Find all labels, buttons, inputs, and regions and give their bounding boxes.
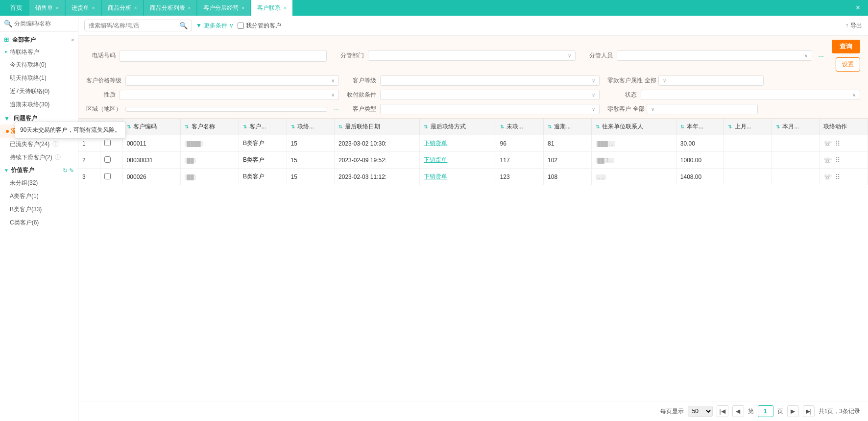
sort-icon-overdue: ⇅ xyxy=(548,124,552,129)
row-checkbox-0[interactable] xyxy=(104,140,111,146)
sidebar-item-class-b[interactable]: B类客户(33) xyxy=(0,203,78,216)
td-last-way-0[interactable]: 下销货单 xyxy=(420,135,496,152)
sort-icon-name: ⇅ xyxy=(185,124,189,129)
filter-panel: 电话号码 分管部门 ∨ 分管人员 ∨ ··· xyxy=(78,36,868,119)
settings-button[interactable]: 设置 xyxy=(836,57,860,72)
nav-tab-sales[interactable]: 销售单 × xyxy=(29,0,65,16)
sort-icon-contact: ⇅ xyxy=(291,124,295,129)
th-unit-contact[interactable]: ⇅ 往来单位联系人 xyxy=(591,119,676,135)
th-code[interactable]: ⇅ 客户编码 xyxy=(122,119,181,135)
th-last-way[interactable]: ⇅ 最后联络方式 xyxy=(420,119,496,135)
filter-phone: 电话号码 xyxy=(86,50,327,62)
sidebar-item-tomorrow[interactable]: 明天待联络(1) xyxy=(0,72,78,85)
nav-tab-customer-contact-close[interactable]: × xyxy=(284,5,287,11)
td-type-0: B类客户 xyxy=(239,135,287,152)
search-icon[interactable]: 🔍 xyxy=(179,22,188,29)
th-this-month[interactable]: ⇅ 本月... xyxy=(772,119,820,135)
sidebar-group-value[interactable]: ▼ 价值客户 ↻ ✎ xyxy=(0,164,78,176)
action-phone-icon-2[interactable]: ☏ xyxy=(823,173,832,181)
sidebar-search-input[interactable] xyxy=(14,20,74,27)
action-phone-icon-0[interactable]: ☏ xyxy=(823,140,832,148)
th-overdue[interactable]: ⇅ 逾期... xyxy=(544,119,592,135)
sidebar-search-area: 🔍 xyxy=(0,16,78,32)
td-last-way-1[interactable]: 下销货单 xyxy=(420,152,496,169)
nav-tab-purchase-close[interactable]: × xyxy=(92,5,95,11)
nav-tab-analysis-list-close[interactable]: × xyxy=(188,5,191,11)
sidebar-item-class-a[interactable]: A类客户(1) xyxy=(0,190,78,203)
pagination: 每页显示 50 100 |◀ ◀ 第 1 页 ▶ ▶| 共1页，3条记录 xyxy=(78,401,868,421)
window-close-button[interactable]: × xyxy=(852,3,864,12)
action-menu-icon-1[interactable]: ⠿ xyxy=(835,156,840,164)
th-this-year[interactable]: ⇅ 本年... xyxy=(676,119,724,135)
filter-staff-select[interactable]: ∨ xyxy=(617,50,813,61)
filter-region-select[interactable] xyxy=(125,107,327,112)
nav-tab-analysis-label: 商品分析 xyxy=(108,4,131,12)
first-page-btn[interactable]: |◀ xyxy=(717,405,728,417)
per-page-select[interactable]: 50 100 xyxy=(688,406,713,417)
nav-tab-customer-contact[interactable]: 客户联系 × xyxy=(251,0,292,16)
sidebar-item-lost[interactable]: 已流失客户(24) ⓘ xyxy=(0,138,78,151)
filter-zero-customer-select[interactable]: ∨ xyxy=(647,104,758,114)
th-last-month[interactable]: ⇅ 上月... xyxy=(724,119,772,135)
action-phone-icon-1[interactable]: ☏ xyxy=(823,156,832,164)
filter-phone-input[interactable] xyxy=(120,50,327,62)
chevron-down-icon-payment: ∨ xyxy=(592,92,595,98)
th-contact[interactable]: ⇅ 联络... xyxy=(287,119,335,135)
action-menu-icon-2[interactable]: ⠿ xyxy=(835,173,840,181)
sidebar-item-today[interactable]: 今天待联络(0) xyxy=(0,58,78,72)
filter-grade-label: 客户等级 xyxy=(347,76,376,85)
filter-price-grade-select[interactable]: ∨ xyxy=(125,75,339,86)
th-action: 联络动作 xyxy=(820,119,868,135)
sidebar-group-pending[interactable]: 待联络客户 xyxy=(0,46,78,58)
sidebar: 🔍 ⊞ 全部客户 « 待联络客户 今天待联络(0) 明天待联络(1) 近7天待联… xyxy=(0,16,78,421)
next-page-btn[interactable]: ▶ xyxy=(787,405,799,417)
th-last-date[interactable]: ⇅ 最后联络日期 xyxy=(335,119,420,135)
filter-status-select[interactable]: ∨ xyxy=(641,90,860,100)
nav-tab-customer-tier[interactable]: 客户分层经营 × xyxy=(197,0,250,16)
filter-region-dots[interactable]: ··· xyxy=(333,105,339,113)
sidebar-item-7days[interactable]: 近7天待联络(0) xyxy=(0,85,78,98)
nav-tab-sales-close[interactable]: × xyxy=(56,5,59,11)
filter-zero-attr-select[interactable]: ∨ xyxy=(658,75,764,86)
chevron-down-icon-dept: ∨ xyxy=(568,53,571,58)
sidebar-item-class-c[interactable]: C类客户(6) xyxy=(0,216,78,229)
sidebar-all-customers[interactable]: ⊞ 全部客户 « xyxy=(0,32,78,46)
sidebar-item-ungrouped[interactable]: 未分组(32) xyxy=(0,176,78,190)
filter-grade-select[interactable]: ∨ xyxy=(380,75,600,86)
my-customers-checkbox[interactable]: 我分管的客户 xyxy=(238,22,281,30)
action-menu-icon-0[interactable]: ⠿ xyxy=(835,140,840,148)
search-input[interactable] xyxy=(89,22,179,29)
nav-tab-customer-tier-close[interactable]: × xyxy=(241,5,244,11)
more-conditions-btn[interactable]: ▼ 更多条件 ∨ xyxy=(196,22,234,30)
my-customers-check[interactable] xyxy=(238,23,244,29)
row-checkbox-1[interactable] xyxy=(104,156,111,163)
filter-status-label: 状态 xyxy=(607,91,637,99)
td-last-way-2[interactable]: 下销货单 xyxy=(420,169,496,185)
nav-tab-analysis[interactable]: 商品分析 × xyxy=(102,0,143,16)
sidebar-item-declining[interactable]: 持续下滑客户(2) ⓘ xyxy=(0,151,78,164)
filter-staff-dots[interactable]: ··· xyxy=(818,52,824,60)
filter-customer-type-select[interactable]: ∨ xyxy=(380,104,600,114)
td-check-2[interactable] xyxy=(100,169,122,185)
filter-payment-select[interactable]: ∨ xyxy=(380,90,600,100)
nav-tab-purchase[interactable]: 进货单 × xyxy=(66,0,101,16)
nav-home[interactable]: 首页 xyxy=(4,0,28,16)
last-page-btn[interactable]: ▶| xyxy=(803,405,815,417)
th-name[interactable]: ⇅ 客户名称 xyxy=(181,119,239,135)
filter-dept-select[interactable]: ∨ xyxy=(368,50,575,61)
query-button[interactable]: 查询 xyxy=(832,40,860,53)
sort-icon-last-way: ⇅ xyxy=(424,124,428,129)
nav-tab-analysis-close[interactable]: × xyxy=(134,5,137,11)
th-uncontact[interactable]: ⇅ 未联... xyxy=(496,119,544,135)
filter-gender-select[interactable]: ∨ xyxy=(120,90,339,100)
td-check-1[interactable] xyxy=(100,152,122,169)
sidebar-item-overdue[interactable]: 逾期未联络(30) xyxy=(0,98,78,111)
prev-page-btn[interactable]: ◀ xyxy=(732,405,744,417)
th-type[interactable]: ⇅ 客户... xyxy=(239,119,287,135)
export-btn[interactable]: ↑ 导出 xyxy=(845,22,862,30)
sort-icon-year: ⇅ xyxy=(680,124,684,129)
row-checkbox-2[interactable] xyxy=(104,173,111,179)
filter-staff-label: 分管人员 xyxy=(583,51,613,60)
nav-tab-analysis-list[interactable]: 商品分析列表 × xyxy=(144,0,197,16)
per-page-label: 每页显示 xyxy=(660,407,684,416)
